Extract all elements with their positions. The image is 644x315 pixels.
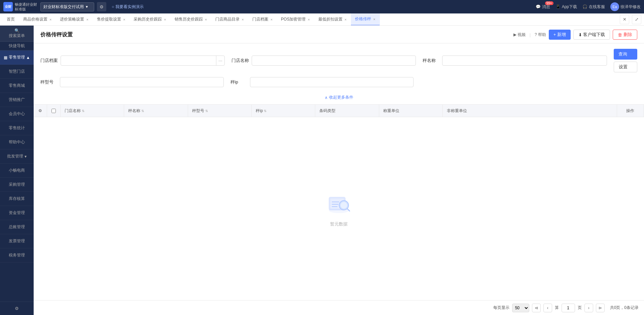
sidebar-item-help[interactable]: 帮助中心 [0, 135, 34, 149]
last-page-btn[interactable]: ⊳ [596, 304, 605, 312]
next-page-btn[interactable]: › [584, 304, 593, 312]
download-icon: ⬇ [578, 32, 582, 37]
separator: | [530, 32, 531, 37]
sidebar-item-tax[interactable]: 税务管理 [0, 248, 34, 262]
store-name-input[interactable] [252, 56, 416, 66]
tab-close-purchase-strategy[interactable]: × [86, 18, 88, 22]
sidebar-item-inventory[interactable]: 库存核算 [0, 192, 34, 206]
tab-home[interactable]: 首页 [3, 13, 19, 26]
sort-scale-ip-icon[interactable]: ⇅ [264, 109, 266, 113]
tab-close-sale-extract[interactable]: × [123, 18, 125, 22]
sidebar-quick-nav[interactable]: 快捷导航 [0, 42, 34, 50]
th-check[interactable] [47, 105, 61, 117]
user-menu[interactable]: Ea 徐泽华修改 [610, 2, 641, 11]
tab-close-sale-history[interactable]: × [205, 18, 207, 22]
tab-store-file[interactable]: 门店档案 × [248, 13, 277, 26]
tab-close-price-setting[interactable]: × [49, 18, 51, 22]
sidebar-item-retail-stats[interactable]: 零售统计 [0, 121, 34, 135]
messages-btn[interactable]: 💬 消息 99+ [536, 4, 550, 10]
sidebar-item-finance[interactable]: 资金管理 [0, 206, 34, 220]
tab-purchase-history[interactable]: 采购历史价跟踪 × [130, 13, 170, 26]
tab-price-scale[interactable]: 价格传秤 × [351, 13, 380, 26]
sidebar-item-purchase[interactable]: 采购管理 [0, 178, 34, 192]
app-download-btn[interactable]: 📱 App下载 [556, 4, 577, 10]
filter-row-1: 门店档案 ··· 门店名称 秤名称 查询 设置 [40, 49, 637, 72]
settings-gear-icon: ⚙ [15, 306, 19, 311]
version-selector[interactable]: 好业财标准版交付试用 ▾ [40, 2, 94, 11]
tab-purchase-strategy[interactable]: 进价策略设置 × [56, 13, 93, 26]
sidebar-item-retail-mall[interactable]: 零售商城 [0, 79, 34, 93]
tab-price-setting[interactable]: 商品价格设置 × [19, 13, 56, 26]
sidebar-item-ledger[interactable]: 总账管理 [0, 220, 34, 234]
page-input[interactable] [562, 304, 575, 312]
tab-close-pos-manage[interactable]: × [308, 18, 310, 22]
per-page-select[interactable]: 50 10 20 100 [512, 304, 529, 312]
th-settings[interactable]: ⚙ [34, 105, 47, 117]
delete-icon: 🗑 [618, 32, 622, 37]
tab-bar: 首页 商品价格设置 × 进价策略设置 × 售价提取设置 × 采购历史价跟踪 × … [0, 13, 644, 26]
filter-scale-ip: 秤ip [230, 77, 414, 87]
query-btn[interactable]: 查询 [614, 49, 637, 60]
page-unit-label: 页 [578, 305, 582, 311]
sidebar-item-invoice[interactable]: 发票管理 [0, 234, 34, 248]
th-weight-unit: 称重单位 [379, 105, 443, 117]
tab-close-min-discount[interactable]: × [345, 18, 347, 22]
tab-pos-manage[interactable]: POS加密管理 × [277, 13, 314, 26]
collapse-btn[interactable]: ∧ 收起更多条件 [40, 92, 637, 104]
online-service-btn[interactable]: 🎧 在线客服 [582, 4, 605, 10]
scale-name-label: 秤名称 [423, 58, 439, 64]
store-archive-input[interactable] [61, 58, 216, 63]
tab-close-store-catalog[interactable]: × [242, 18, 244, 22]
th-operation: 操作 [617, 105, 644, 117]
settings-icon[interactable]: ⚙ [97, 2, 106, 11]
tab-store-catalog[interactable]: 门店商品目录 × [211, 13, 248, 26]
select-all-checkbox[interactable] [51, 109, 56, 113]
top-bar: 业财 畅捷通好业财 标准版 好业财标准版交付试用 ▾ ⚙ ○ 我要看实例演示 💬… [0, 0, 644, 13]
tab-sale-extract[interactable]: 售价提取设置 × [93, 13, 130, 26]
delete-btn[interactable]: 🗑 删除 [613, 30, 637, 40]
tab-close-store-file[interactable]: × [271, 18, 273, 22]
th-store-name: 门店名称 ⇅ [61, 105, 124, 117]
sort-scale-model-icon[interactable]: ⇅ [205, 109, 208, 113]
sidebar-item-retail[interactable]: ▦ 零售管理 ▲ [0, 50, 34, 65]
setup-btn[interactable]: 设置 [614, 62, 637, 72]
demo-link[interactable]: ○ 我要看实例演示 [112, 4, 144, 10]
prev-page-btn[interactable]: ‹ [543, 304, 552, 312]
store-archive-label: 门店档案 [40, 58, 58, 64]
first-page-btn[interactable]: ⊲ [532, 304, 541, 312]
video-link[interactable]: ▶ 视频 [513, 32, 526, 38]
scale-model-input[interactable] [60, 77, 224, 87]
tab-close-purchase-history[interactable]: × [164, 18, 166, 22]
tab-bar-actions: ✕ ⤢ [620, 15, 641, 24]
sidebar-item-wholesale[interactable]: 批发管理 ▾ [0, 149, 34, 164]
help-link[interactable]: ? 帮助 [535, 32, 546, 38]
sort-store-name-icon[interactable]: ⇅ [82, 109, 84, 113]
page-title: 价格传秤设置 [40, 31, 73, 38]
sort-scale-name-icon[interactable]: ⇅ [141, 109, 144, 113]
sidebar-item-member[interactable]: 会员中心 [0, 107, 34, 121]
sidebar-search[interactable]: 🔍 搜索菜单 [0, 26, 34, 42]
add-btn[interactable]: + 新增 [549, 30, 571, 40]
download-btn[interactable]: ⬇ 客户端下载 [573, 30, 610, 40]
store-archive-dots-btn[interactable]: ··· [216, 56, 224, 65]
filter-area: 门店档案 ··· 门店名称 秤名称 查询 设置 [34, 43, 644, 104]
store-name-label: 门店名称 [231, 58, 249, 64]
demo-icon: ○ [112, 4, 114, 9]
store-archive-input-wrapper: ··· [61, 56, 225, 66]
th-scale-name: 秤名称 ⇅ [124, 105, 188, 117]
sidebar-settings-btn[interactable]: ⚙ [0, 302, 34, 315]
scale-name-input[interactable] [442, 56, 607, 66]
tab-expand-btn[interactable]: ⤢ [632, 15, 641, 24]
main-layout: 🔍 搜索菜单 快捷导航 ▦ 零售管理 ▲ 智慧门店 零售商城 营销推广 会员中心… [0, 26, 644, 315]
tab-min-discount[interactable]: 最低折扣设置 × [314, 13, 351, 26]
sidebar-item-marketing[interactable]: 营销推广 [0, 93, 34, 107]
sidebar-item-smart-store[interactable]: 智慧门店 [0, 65, 34, 79]
tab-sale-history[interactable]: 销售历史价跟踪 × [171, 13, 211, 26]
tab-close-all-btn[interactable]: ✕ [620, 15, 629, 24]
tab-close-price-scale[interactable]: × [373, 17, 375, 21]
scale-ip-input[interactable] [250, 77, 414, 87]
content-area: 价格传秤设置 ▶ 视频 | ? 帮助 + 新增 ⬇ [34, 26, 644, 315]
headset-icon: 🎧 [582, 4, 587, 9]
sidebar-item-ecommerce[interactable]: 小畅电商 [0, 164, 34, 178]
search-icon: 🔍 [14, 28, 20, 33]
